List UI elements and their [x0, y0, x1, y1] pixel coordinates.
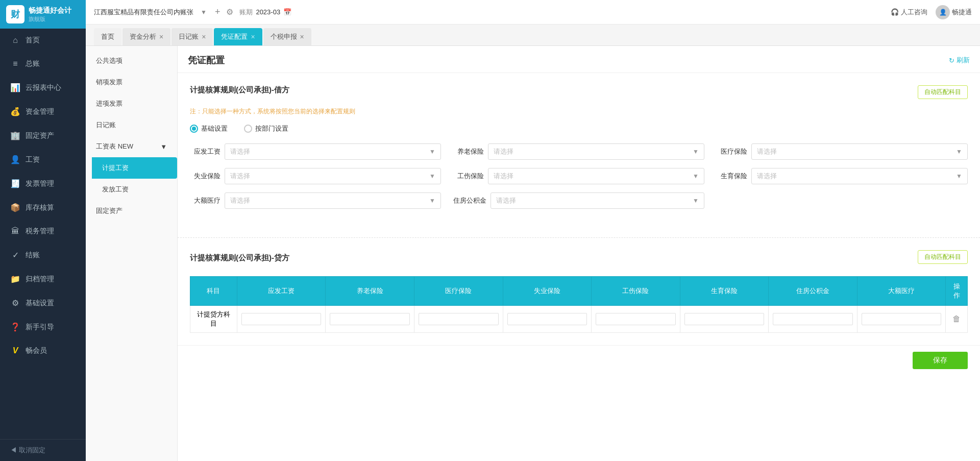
sidebar-item-invoice[interactable]: 🧾发票管理: [0, 172, 86, 196]
delete-row-btn[interactable]: 🗑: [952, 314, 961, 323]
sidebar-collapse-btn[interactable]: ◀ 取消固定: [0, 439, 86, 461]
invoice-icon: 🧾: [10, 179, 20, 188]
sub-nav-sales[interactable]: 销项发票: [86, 71, 177, 93]
row-zhu-fang-input[interactable]: [773, 313, 853, 325]
page-content: 凭证配置 ↻ 刷新 计提核算规则(公司承担)-借方 自动匹配科目 注：只能选择一…: [178, 46, 980, 461]
sidebar-item-archive[interactable]: 📁归档管理: [0, 267, 86, 291]
col-yi-liao: 医疗保险: [414, 277, 503, 306]
sidebar-item-salary[interactable]: 👤工资: [0, 148, 86, 172]
sidebar-item-assets[interactable]: 🏢固定资产: [0, 124, 86, 148]
tab-voucher-close[interactable]: ×: [251, 33, 255, 41]
salary-table-label: 工资表 NEW: [96, 142, 133, 151]
service-btn[interactable]: 🎧 人工咨询: [891, 8, 927, 17]
section1-title: 计提核算规则(公司承担)-借方: [190, 85, 289, 95]
chevron-down-icon: ▼: [429, 148, 435, 155]
sub-nav-ti-salary[interactable]: 计提工资: [92, 157, 177, 179]
ying-fa-select[interactable]: 请选择 ▼: [225, 143, 441, 160]
add-company-btn[interactable]: +: [215, 7, 220, 17]
sub-nav-journal[interactable]: 日记账: [86, 114, 177, 136]
row-da-e-input[interactable]: [862, 313, 942, 325]
shi-ye-label: 失业保险: [190, 172, 220, 181]
tab-journal[interactable]: 日记账 ×: [172, 28, 213, 45]
section2-table: 科目 应发工资 养老保险 医疗保险 失业保险 工伤保险 生育保险 住房公积金 大…: [190, 276, 968, 333]
yang-lao-select[interactable]: 请选择 ▼: [488, 143, 704, 160]
section1: 计提核算规则(公司承担)-借方 自动匹配科目 注：只能选择一种方式，系统将按照您…: [178, 73, 980, 229]
calendar-icon[interactable]: 📅: [283, 8, 291, 16]
chevron-down-icon: ▼: [693, 197, 699, 204]
sidebar-item-reports[interactable]: 📊云报表中心: [0, 76, 86, 100]
sidebar-item-close[interactable]: ✓结账: [0, 243, 86, 267]
tab-finance[interactable]: 资金分析 ×: [122, 28, 170, 45]
sidebar-item-fund[interactable]: 💰资金管理: [0, 100, 86, 124]
form-row-2: 失业保险 请选择 ▼ 工伤保险 请选择 ▼: [190, 168, 968, 184]
auto-match-btn-2[interactable]: 自动匹配科目: [918, 250, 968, 264]
row-sheng-yu-input[interactable]: [684, 313, 765, 325]
tab-voucher-label: 凭证配置: [221, 32, 248, 41]
page-title: 凭证配置: [188, 54, 225, 66]
radio-basic-label: 基础设置: [201, 124, 228, 133]
sidebar-item-tax[interactable]: 🏛税务管理: [0, 220, 86, 243]
sub-nav-fixed-assets[interactable]: 固定资产: [86, 200, 177, 222]
zhu-fang-select[interactable]: 请选择 ▼: [491, 192, 704, 209]
tab-finance-close[interactable]: ×: [159, 33, 163, 41]
guide-icon: ❓: [10, 322, 20, 332]
close-account-icon: ✓: [10, 250, 20, 260]
radio-dept[interactable]: 按部门设置: [244, 124, 288, 133]
gong-shang-placeholder: 请选择: [494, 172, 513, 181]
user-menu[interactable]: 👤 畅捷通: [936, 5, 972, 19]
row-yi-liao-input[interactable]: [419, 313, 499, 325]
table-header-row: 科目 应发工资 养老保险 医疗保险 失业保险 工伤保险 生育保险 住房公积金 大…: [190, 277, 968, 306]
user-name: 畅捷通: [952, 8, 972, 17]
sub-nav-common[interactable]: 公共选项: [86, 50, 177, 71]
gong-shang-select[interactable]: 请选择 ▼: [488, 168, 704, 184]
sheng-yu-placeholder: 请选择: [757, 172, 777, 181]
zhu-fang-label: 住房公积金: [453, 196, 486, 205]
tab-tax-close[interactable]: ×: [300, 33, 304, 41]
da-e-select[interactable]: 请选择 ▼: [225, 192, 441, 209]
sidebar-item-member[interactable]: V畅会员: [0, 339, 86, 362]
yi-liao-select[interactable]: 请选择 ▼: [751, 143, 968, 160]
col-yang-lao: 养老保险: [326, 277, 414, 306]
sidebar-item-settings[interactable]: ⚙基础设置: [0, 291, 86, 315]
refresh-icon: ↻: [949, 57, 954, 64]
row-shi-ye-input[interactable]: [507, 313, 587, 325]
period-label: 账期: [239, 8, 253, 17]
field-yang-lao: 养老保险 请选择 ▼: [453, 143, 704, 160]
app-logo[interactable]: 财 畅捷通好会计 旗舰版: [0, 0, 86, 29]
sub-nav-salary-table-toggle[interactable]: 工资表 NEW ▼: [86, 136, 177, 157]
shi-ye-select[interactable]: 请选择 ▼: [225, 168, 441, 184]
refresh-btn[interactable]: ↻ 刷新: [949, 56, 970, 65]
sidebar-item-ledger[interactable]: ≡总账: [0, 52, 86, 76]
sidebar-item-inventory[interactable]: 📦库存核算: [0, 196, 86, 220]
company-name: 江西服宝精品有限责任公司内账张: [94, 8, 193, 17]
auto-match-btn-1[interactable]: 自动匹配科目: [918, 85, 968, 99]
tab-journal-close[interactable]: ×: [202, 33, 206, 41]
sub-nav-pay-salary[interactable]: 发放工资: [92, 179, 177, 200]
period-value[interactable]: 2023-03: [256, 8, 280, 16]
save-button[interactable]: 保存: [913, 352, 968, 369]
shi-ye-placeholder: 请选择: [230, 172, 250, 181]
col-ying-fa: 应发工资: [237, 277, 326, 306]
new-badge: NEW: [118, 142, 133, 150]
company-dropdown-icon[interactable]: ▼: [201, 9, 207, 16]
tab-journal-label: 日记账: [179, 32, 199, 41]
tab-tax[interactable]: 个税申报 ×: [263, 28, 311, 45]
radio-basic[interactable]: 基础设置: [190, 124, 228, 133]
logo-icon: 财: [6, 5, 24, 23]
sub-nav-purchase[interactable]: 进项发票: [86, 93, 177, 114]
row-yang-lao-input[interactable]: [330, 313, 410, 325]
topbar-settings-icon[interactable]: ⚙: [226, 7, 233, 17]
row-gong-shang-input[interactable]: [596, 313, 676, 325]
page-header: 凭证配置 ↻ 刷新: [178, 46, 980, 73]
sidebar-item-home[interactable]: ⌂首页: [0, 29, 86, 52]
sidebar-item-guide[interactable]: ❓新手引导: [0, 315, 86, 339]
headset-icon: 🎧: [891, 8, 899, 16]
col-action: 操作: [946, 277, 968, 306]
col-subject: 科目: [190, 277, 237, 306]
tab-voucher[interactable]: 凭证配置 ×: [214, 28, 262, 45]
row-ying-fa-input[interactable]: [241, 313, 322, 325]
sheng-yu-select[interactable]: 请选择 ▼: [751, 168, 968, 184]
tab-tax-label: 个税申报: [271, 32, 297, 41]
tab-home[interactable]: 首页: [94, 28, 121, 45]
archive-icon: 📁: [10, 274, 20, 284]
